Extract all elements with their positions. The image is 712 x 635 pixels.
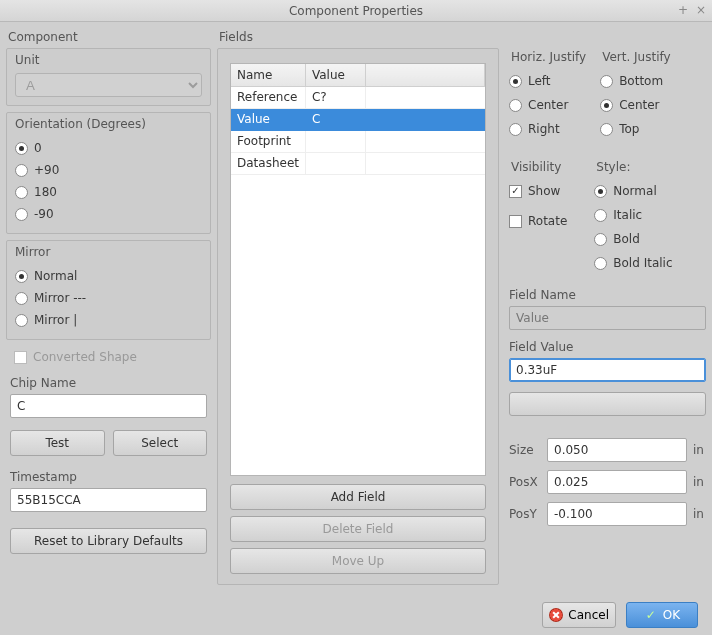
table-row[interactable]: Datasheet: [231, 152, 485, 174]
size-input[interactable]: [547, 438, 687, 462]
col-name[interactable]: Name: [231, 64, 305, 86]
col-extra[interactable]: [365, 64, 484, 86]
radio-icon: [15, 208, 28, 221]
fields-section-label: Fields: [219, 30, 499, 44]
component-section-label: Component: [8, 30, 211, 44]
cancel-button[interactable]: Cancel: [542, 602, 616, 628]
size-row: Size in: [509, 438, 706, 462]
radio-icon: [15, 186, 28, 199]
titlebar: Component Properties + ×: [0, 0, 712, 22]
timestamp-input[interactable]: [10, 488, 207, 512]
table-row[interactable]: ReferenceC?: [231, 86, 485, 108]
unit-group: Unit A: [6, 48, 211, 106]
converted-shape-check: Converted Shape: [14, 346, 211, 368]
radio-icon: [509, 99, 522, 112]
mirror-v[interactable]: Mirror |: [15, 309, 202, 331]
posx-unit: in: [693, 475, 704, 489]
checkbox-icon: [14, 351, 27, 364]
style-normal[interactable]: Normal: [594, 180, 672, 202]
unit-select: A: [15, 73, 202, 97]
orientation-neg90[interactable]: -90: [15, 203, 202, 225]
test-button[interactable]: Test: [10, 430, 105, 456]
rotate-check[interactable]: Rotate: [509, 210, 567, 232]
radio-icon: [15, 270, 28, 283]
size-unit: in: [693, 443, 704, 457]
field-value-label: Field Value: [509, 340, 706, 354]
ok-button[interactable]: OK: [626, 602, 698, 628]
timestamp-label: Timestamp: [10, 470, 207, 484]
orientation-90[interactable]: +90: [15, 159, 202, 181]
expand-icon[interactable]: +: [678, 3, 688, 17]
ok-icon: [644, 608, 658, 622]
field-name-input: [509, 306, 706, 330]
style-group: Style: Normal Italic Bold Bold Italic: [594, 158, 672, 274]
table-row[interactable]: ValueC: [231, 108, 485, 130]
chip-name-input[interactable]: [10, 394, 207, 418]
orientation-180[interactable]: 180: [15, 181, 202, 203]
mirror-h[interactable]: Mirror ---: [15, 287, 202, 309]
radio-icon: [594, 233, 607, 246]
col-value[interactable]: Value: [305, 64, 365, 86]
posx-label: PosX: [509, 475, 541, 489]
move-up-button: Move Up: [230, 548, 486, 574]
reset-defaults-button[interactable]: Reset to Library Defaults: [10, 528, 207, 554]
hjust-left[interactable]: Left: [509, 70, 586, 92]
add-field-button[interactable]: Add Field: [230, 484, 486, 510]
field-name-label: Field Name: [509, 288, 706, 302]
vjust-label: Vert. Justify: [602, 50, 670, 64]
posy-unit: in: [693, 507, 704, 521]
title-text: Component Properties: [289, 4, 423, 18]
mirror-normal[interactable]: Normal: [15, 265, 202, 287]
chip-name-label: Chip Name: [10, 376, 207, 390]
show-check[interactable]: Show: [509, 180, 567, 202]
dialog-window: Component Properties + × Component Unit …: [0, 0, 712, 635]
style-bold[interactable]: Bold: [594, 228, 672, 250]
hjust-group: Horiz. Justify Left Center Right: [509, 48, 586, 140]
radio-icon: [509, 75, 522, 88]
unit-label: Unit: [15, 53, 202, 67]
style-bolditalic[interactable]: Bold Italic: [594, 252, 672, 274]
checkbox-icon: [509, 215, 522, 228]
posy-label: PosY: [509, 507, 541, 521]
radio-icon: [15, 314, 28, 327]
radio-icon: [15, 292, 28, 305]
radio-icon: [594, 185, 607, 198]
radio-icon: [509, 123, 522, 136]
vjust-group: Vert. Justify Bottom Center Top: [600, 48, 670, 140]
checkbox-icon: [509, 185, 522, 198]
field-value-input[interactable]: [509, 358, 706, 382]
mirror-label: Mirror: [15, 245, 202, 259]
vjust-center[interactable]: Center: [600, 94, 670, 116]
hjust-label: Horiz. Justify: [511, 50, 586, 64]
dialog-button-row: Cancel OK: [6, 595, 706, 635]
radio-icon: [15, 164, 28, 177]
radio-icon: [15, 142, 28, 155]
style-italic[interactable]: Italic: [594, 204, 672, 226]
orientation-0[interactable]: 0: [15, 137, 202, 159]
radio-icon: [594, 257, 607, 270]
radio-icon: [600, 75, 613, 88]
size-label: Size: [509, 443, 541, 457]
fields-table[interactable]: Name Value ReferenceC? ValueC Footprint …: [230, 63, 486, 476]
hjust-right[interactable]: Right: [509, 118, 586, 140]
posx-row: PosX in: [509, 470, 706, 494]
orientation-label: Orientation (Degrees): [15, 117, 202, 131]
orientation-group: Orientation (Degrees) 0 +90 180 -90: [6, 112, 211, 234]
vjust-bottom[interactable]: Bottom: [600, 70, 670, 92]
style-label: Style:: [596, 160, 672, 174]
fields-panel: Name Value ReferenceC? ValueC Footprint …: [217, 48, 499, 585]
select-button[interactable]: Select: [113, 430, 208, 456]
blank-button[interactable]: [509, 392, 706, 416]
posx-input[interactable]: [547, 470, 687, 494]
radio-icon: [600, 99, 613, 112]
visibility-label: Visibility: [511, 160, 567, 174]
posy-input[interactable]: [547, 502, 687, 526]
table-row[interactable]: Footprint: [231, 130, 485, 152]
vjust-top[interactable]: Top: [600, 118, 670, 140]
hjust-center[interactable]: Center: [509, 94, 586, 116]
cancel-icon: [549, 608, 563, 622]
radio-icon: [594, 209, 607, 222]
delete-field-button: Delete Field: [230, 516, 486, 542]
mirror-group: Mirror Normal Mirror --- Mirror |: [6, 240, 211, 340]
close-icon[interactable]: ×: [696, 3, 706, 17]
